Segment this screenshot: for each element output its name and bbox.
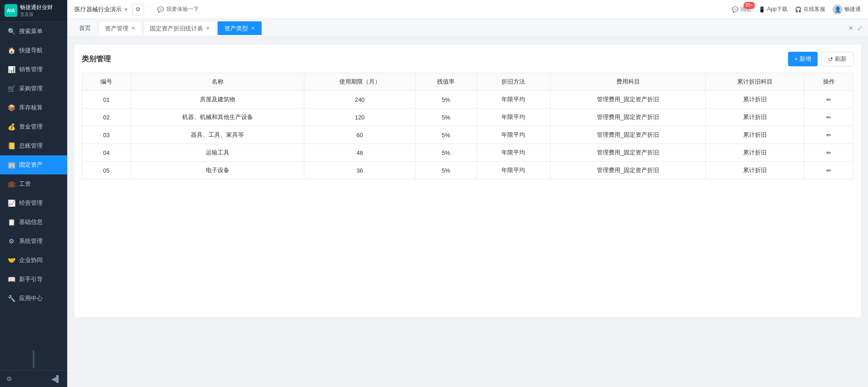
- table-col-header: 编号: [82, 73, 131, 91]
- experience-text: 我要体验一下: [166, 5, 199, 13]
- tab-asset-mgmt[interactable]: 资产管理 ✕: [98, 21, 142, 35]
- td-edit-button[interactable]: ✏: [804, 162, 853, 179]
- sidebar-item-purchase[interactable]: 🛒 采购管理: [0, 79, 67, 98]
- tab-asset-type-label: 资产类型: [224, 25, 248, 33]
- td-period: 36: [304, 162, 416, 179]
- topbar-title[interactable]: 医疗器械行业演示 ▾: [74, 5, 128, 14]
- table-body: 01 房屋及建筑物 240 5% 年限平均 管理费用_固定资产折旧 累计折旧 ✏…: [82, 91, 853, 179]
- td-period: 48: [304, 144, 416, 162]
- sidebar-label-system: 系统管理: [19, 237, 43, 245]
- customer-service-button[interactable]: 🎧 在线客服: [795, 5, 825, 13]
- company-name: 医疗器械行业演示: [74, 5, 122, 14]
- sidebar-item-system[interactable]: ⚙ 系统管理: [0, 232, 67, 251]
- experience-icon: 💬: [157, 6, 164, 13]
- new-button[interactable]: + 新增: [788, 52, 818, 66]
- td-edit-button[interactable]: ✏: [804, 91, 853, 109]
- sidebar-icon-basic-info: 📋: [7, 218, 15, 226]
- tab-fixed-depreciation[interactable]: 固定资产折旧统计表 ✕: [143, 21, 217, 35]
- app-download-label: App下载: [767, 5, 788, 13]
- td-edit-button[interactable]: ✏: [804, 126, 853, 144]
- sidebar-item-operations[interactable]: 📈 经营管理: [0, 194, 67, 213]
- sidebar-icon-guide: 📖: [7, 276, 15, 283]
- experience-button[interactable]: 💬 我要体验一下: [157, 5, 199, 13]
- tab-fixed-depreciation-close[interactable]: ✕: [206, 25, 210, 31]
- main-content: 医疗器械行业演示 ▾ ⚙ 💬 我要体验一下 💬 消息 99 📱 App下载 🎧 …: [67, 0, 868, 387]
- sidebar-item-quick-nav[interactable]: 🏠 快捷导航: [0, 41, 67, 60]
- sidebar-item-enterprise[interactable]: 🤝 企业协同: [0, 251, 67, 270]
- td-edit-button[interactable]: ✏: [804, 144, 853, 162]
- sidebar-item-general-ledger[interactable]: 📒 总账管理: [0, 136, 67, 155]
- sidebar-label-app-center: 应用中心: [19, 294, 43, 303]
- category-header: 类别管理 + 新增 ↺ 刷新: [82, 52, 853, 66]
- sidebar-nav: 🔍 搜索菜单 🏠 快捷导航 📊 销售管理 🛒 采购管理 📦 库存核算 💰 资金管…: [0, 22, 67, 348]
- td-code: 05: [82, 162, 131, 179]
- header-actions: + 新增 ↺ 刷新: [788, 52, 853, 66]
- user-name-label: 畅捷通: [844, 5, 861, 13]
- sidebar: AtA 畅捷通好业财 普及版 🔍 搜索菜单 🏠 快捷导航 📊 销售管理 🛒 采购…: [0, 0, 67, 387]
- td-residual: 5%: [415, 109, 476, 126]
- data-table: 编号名称使用期限（月）残值率折旧方法费用科目累计折旧科目操作 01 房屋及建筑物…: [82, 73, 853, 179]
- sidebar-item-basic-info[interactable]: 📋 基础信息: [0, 213, 67, 232]
- table-col-header: 使用期限（月）: [304, 73, 416, 91]
- table-col-header: 累计折旧科目: [706, 73, 804, 91]
- sidebar-icon-enterprise: 🤝: [7, 257, 15, 264]
- td-name: 电子设备: [131, 162, 304, 179]
- sidebar-item-app-center[interactable]: 🔧 应用中心: [0, 289, 67, 308]
- gear-icon: ⚙: [135, 6, 141, 13]
- table-col-header: 名称: [131, 73, 304, 91]
- window-controls: ✕ ⤢: [848, 25, 863, 32]
- table-row: 03 器具、工具、家具等 60 5% 年限平均 管理费用_固定资产折旧 累计折旧…: [82, 126, 853, 144]
- sidebar-item-search[interactable]: 🔍 搜索菜单: [0, 22, 67, 41]
- tab-asset-type[interactable]: 资产类型 ✕: [218, 21, 262, 35]
- maximize-window-icon[interactable]: ⤢: [857, 25, 863, 32]
- topbar-gear-button[interactable]: ⚙: [132, 4, 144, 15]
- app-download-button[interactable]: 📱 App下载: [759, 5, 788, 13]
- sidebar-item-fixed-assets[interactable]: 🏢 固定资产: [0, 155, 67, 174]
- messages-badge: 99: [744, 2, 755, 9]
- td-code: 03: [82, 126, 131, 144]
- td-accum: 累计折旧: [706, 162, 804, 179]
- td-period: 60: [304, 126, 416, 144]
- table-col-header: 费用科目: [551, 73, 706, 91]
- collapse-icon[interactable]: ◀▌: [51, 375, 61, 382]
- sidebar-icon-search: 🔍: [7, 28, 15, 35]
- settings-icon[interactable]: ⚙: [6, 375, 12, 382]
- tab-home[interactable]: 首页: [73, 21, 97, 35]
- sidebar-label-enterprise: 企业协同: [19, 256, 43, 264]
- tab-asset-mgmt-close[interactable]: ✕: [131, 25, 135, 31]
- sidebar-item-funds[interactable]: 💰 资金管理: [0, 117, 67, 136]
- user-button[interactable]: 👤 畅捷通: [833, 5, 861, 15]
- message-icon: 💬: [732, 6, 739, 13]
- sidebar-item-sales[interactable]: 📊 销售管理: [0, 60, 67, 79]
- tab-fixed-depreciation-label: 固定资产折旧统计表: [150, 25, 203, 33]
- close-window-icon[interactable]: ✕: [848, 25, 853, 32]
- sidebar-label-payroll: 工资: [19, 180, 31, 188]
- sidebar-label-general-ledger: 总账管理: [19, 142, 43, 150]
- topbar-right: 💬 消息 99 📱 App下载 🎧 在线客服 👤 畅捷通: [732, 5, 861, 15]
- sidebar-icon-system: ⚙: [7, 238, 15, 245]
- td-residual: 5%: [415, 144, 476, 162]
- td-subject: 管理费用_固定资产折旧: [551, 162, 706, 179]
- td-code: 01: [82, 91, 131, 109]
- td-edit-button[interactable]: ✏: [804, 109, 853, 126]
- app-logo-icon: AtA: [5, 4, 17, 17]
- dropdown-icon: ▾: [124, 6, 128, 13]
- sidebar-item-payroll[interactable]: 💼 工资: [0, 174, 67, 194]
- td-code: 04: [82, 144, 131, 162]
- sidebar-label-sales: 销售管理: [19, 65, 43, 74]
- td-accum: 累计折旧: [706, 126, 804, 144]
- td-period: 120: [304, 109, 416, 126]
- messages-button[interactable]: 💬 消息 99: [732, 5, 751, 13]
- sidebar-label-purchase: 采购管理: [19, 84, 43, 93]
- sidebar-item-guide[interactable]: 📖 新手引导: [0, 270, 67, 289]
- td-residual: 5%: [415, 162, 476, 179]
- refresh-button[interactable]: ↺ 刷新: [821, 52, 853, 66]
- sidebar-icon-app-center: 🔧: [7, 295, 15, 302]
- sidebar-item-inventory[interactable]: 📦 库存核算: [0, 98, 67, 117]
- tab-asset-type-close[interactable]: ✕: [251, 25, 255, 31]
- sidebar-icon-funds: 💰: [7, 123, 15, 130]
- td-code: 02: [82, 109, 131, 126]
- sidebar-label-fixed-assets: 固定资产: [19, 161, 43, 169]
- sidebar-icon-fixed-assets: 🏢: [7, 161, 15, 169]
- sidebar-label-funds: 资金管理: [19, 123, 43, 131]
